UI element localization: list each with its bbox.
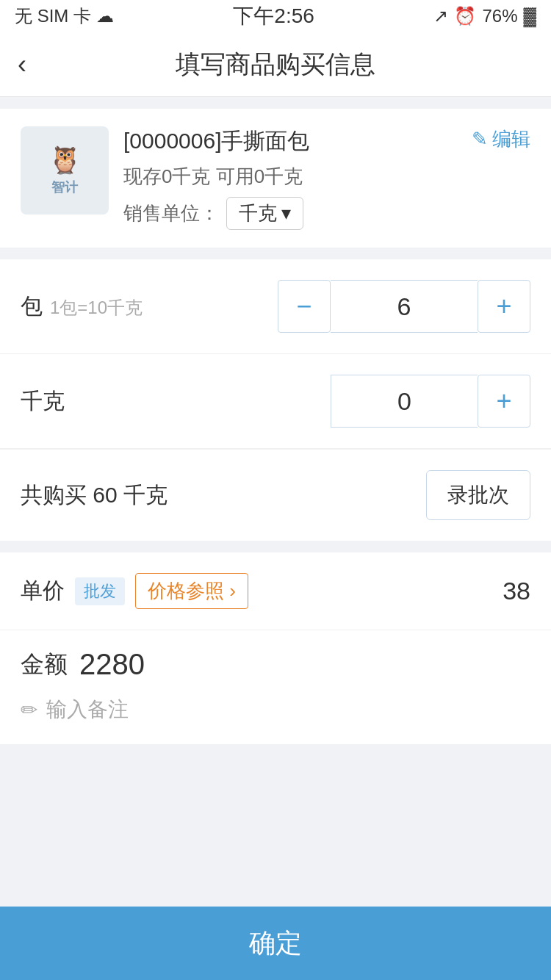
chevron-down-icon: ▾ (281, 202, 291, 225)
pack-decrement-button[interactable]: − (278, 280, 331, 333)
amount-section: 金额 2280 ✏ 输入备注 (0, 630, 551, 744)
product-card: 🦉 智计 [0000006]手撕面包 现存0千克 可用0千克 销售单位： 千克 … (0, 109, 551, 248)
nav-bar: ‹ 填写商品购买信息 (0, 32, 551, 97)
edit-button[interactable]: ✎ 编辑 (472, 126, 530, 152)
price-value: 38 (503, 577, 530, 605)
pack-quantity-input[interactable] (331, 280, 478, 333)
kg-controls: + (331, 375, 530, 428)
status-right: ↗ ⏰ 76% ▓ (433, 6, 536, 26)
page-title: 填写商品购买信息 (176, 48, 375, 82)
alarm-icon: ⏰ (454, 6, 476, 26)
record-batch-button[interactable]: 录批次 (426, 470, 530, 520)
batch-badge: 批发 (75, 577, 125, 605)
product-name: [0000006]手撕面包 (123, 126, 530, 156)
summary-row: 共购买 60 千克 录批次 (0, 449, 551, 541)
amount-value: 2280 (79, 648, 145, 681)
product-unit-row: 销售单位： 千克 ▾ (123, 197, 530, 230)
pack-increment-button[interactable]: + (478, 280, 530, 333)
pencil-icon: ✏ (21, 698, 37, 722)
edit-icon: ✎ (472, 128, 488, 151)
pack-hint: 1包=10千克 (50, 296, 143, 320)
amount-label: 金额 (21, 649, 68, 681)
remark-placeholder: 输入备注 (46, 696, 129, 724)
battery-icon: ▓ (524, 6, 537, 26)
pack-label-text: 包 (21, 292, 43, 322)
quantity-section: 包 1包=10千克 − + 千克 + 共购买 60 千克 录批次 (0, 259, 551, 541)
kg-quantity-input[interactable] (331, 375, 478, 428)
status-bar: 无 SIM 卡 ☁ 下午2:56 ↗ ⏰ 76% ▓ (0, 0, 551, 32)
status-time: 下午2:56 (233, 2, 314, 30)
product-info: [0000006]手撕面包 现存0千克 可用0千克 销售单位： 千克 ▾ (123, 126, 530, 230)
product-stock: 现存0千克 可用0千克 (123, 164, 530, 190)
pack-label: 包 1包=10千克 (21, 292, 143, 322)
pack-controls: − + (278, 280, 530, 333)
price-row: 单价 批发 价格参照 › 38 (0, 552, 551, 630)
price-label-group: 单价 批发 价格参照 › (21, 573, 248, 609)
price-reference-button[interactable]: 价格参照 › (135, 573, 248, 609)
price-section: 单价 批发 价格参照 › 38 (0, 552, 551, 630)
unit-label: 销售单位： (123, 201, 219, 226)
confirm-button[interactable]: 确定 (249, 926, 302, 962)
back-button[interactable]: ‹ (18, 49, 26, 80)
edit-label: 编辑 (492, 126, 530, 152)
pack-quantity-row: 包 1包=10千克 − + (0, 259, 551, 354)
product-image: 🦉 智计 (35, 148, 94, 192)
kg-label: 千克 (21, 386, 65, 417)
location-icon: ↗ (433, 6, 448, 26)
remark-row[interactable]: ✏ 输入备注 (21, 696, 530, 724)
kg-increment-button[interactable]: + (478, 375, 530, 428)
battery-text: 76% (482, 6, 517, 26)
brand-label: 智计 (51, 179, 78, 196)
carrier-text: 无 SIM 卡 ☁ (15, 4, 114, 28)
unit-selector[interactable]: 千克 ▾ (226, 197, 303, 230)
amount-row: 金额 2280 (21, 648, 530, 681)
kg-label-text: 千克 (21, 386, 65, 417)
footer[interactable]: 确定 (0, 907, 551, 980)
product-thumbnail: 🦉 智计 (21, 126, 109, 215)
brand-icon: 🦉 (48, 145, 82, 176)
kg-quantity-row: 千克 + (0, 354, 551, 449)
status-left: 无 SIM 卡 ☁ (15, 4, 114, 28)
unit-value: 千克 (239, 201, 277, 226)
summary-text: 共购买 60 千克 (21, 480, 168, 511)
price-label: 单价 (21, 576, 65, 606)
